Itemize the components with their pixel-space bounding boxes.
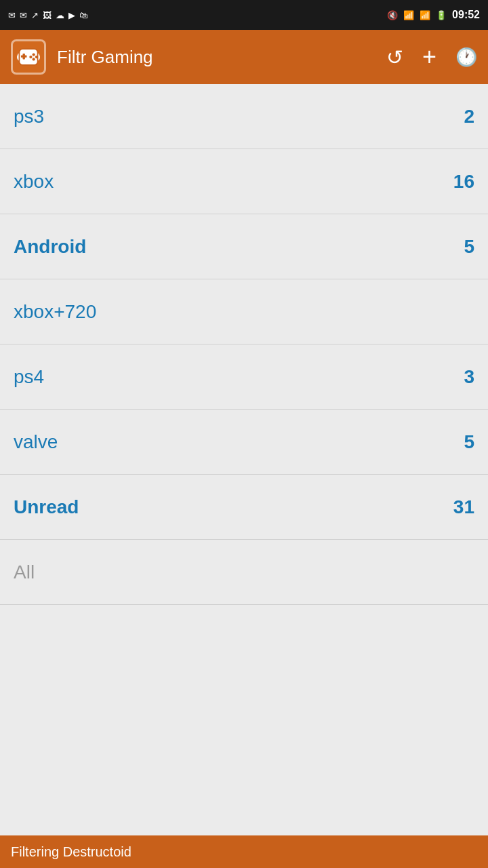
- email2-icon: ✉: [20, 10, 27, 20]
- signal-icon: 📶: [420, 10, 430, 20]
- gamepad-icon: [17, 48, 40, 66]
- app-bar-actions: ↺ + 🕐: [386, 43, 477, 71]
- list-item-count: 5: [464, 236, 474, 258]
- status-bar-left: ✉ ✉ ↗ 🖼 ☁ ▶ 🛍: [8, 10, 88, 20]
- list-item[interactable]: xbox+720: [0, 279, 488, 344]
- refresh-button[interactable]: ↺: [386, 45, 403, 69]
- status-bar: ✉ ✉ ↗ 🖼 ☁ ▶ 🛍 🔇 📶 📶 🔋 09:52: [0, 0, 488, 30]
- list-item-count: 3: [464, 366, 474, 388]
- list-item[interactable]: xbox16: [0, 149, 488, 214]
- add-button[interactable]: +: [422, 43, 436, 71]
- footer-text: Filtering Destructoid: [11, 844, 131, 860]
- list-item-count: 16: [453, 171, 474, 193]
- list-item-label: All: [14, 561, 35, 583]
- svg-point-5: [33, 53, 35, 56]
- email-icon: ✉: [8, 10, 16, 20]
- svg-point-6: [35, 56, 38, 58]
- list-item-label: Android: [14, 236, 86, 258]
- play-icon: ▶: [68, 10, 75, 20]
- time-display: 09:52: [452, 9, 480, 21]
- status-bar-right: 🔇 📶 📶 🔋 09:52: [387, 9, 480, 21]
- list-item-label: xbox: [14, 171, 54, 193]
- list-item[interactable]: ps43: [0, 344, 488, 410]
- list-item-label: valve: [14, 431, 58, 453]
- list-item-count: 2: [464, 106, 474, 127]
- app-bar: Filtr Gaming ↺ + 🕐: [0, 30, 488, 84]
- navigation-icon: ↗: [31, 10, 39, 20]
- wifi-icon: 📶: [403, 10, 414, 20]
- footer: Filtering Destructoid: [0, 835, 488, 868]
- list-item-label: Unread: [14, 496, 79, 518]
- list-item-label: ps4: [14, 366, 44, 388]
- svg-rect-4: [23, 54, 25, 60]
- mute-icon: 🔇: [387, 10, 398, 20]
- app-logo: [11, 39, 46, 75]
- app-title: Filtr Gaming: [57, 47, 386, 68]
- list-item-label: ps3: [14, 106, 44, 127]
- svg-point-8: [33, 58, 35, 60]
- image-icon: 🖼: [43, 10, 52, 20]
- list-item[interactable]: Unread31: [0, 475, 488, 540]
- list-item[interactable]: Android5: [0, 214, 488, 279]
- list-item[interactable]: ps32: [0, 84, 488, 149]
- list-item-count: 31: [453, 496, 474, 518]
- svg-point-7: [29, 56, 32, 58]
- filter-list: ps32xbox16Android5xbox+720ps43valve5Unre…: [0, 84, 488, 835]
- cloud-icon: ☁: [56, 10, 64, 20]
- history-button[interactable]: 🕐: [455, 47, 477, 68]
- list-item-count: 5: [464, 431, 474, 453]
- list-item-label: xbox+720: [14, 301, 96, 323]
- list-item[interactable]: All: [0, 540, 488, 605]
- list-item[interactable]: valve5: [0, 410, 488, 475]
- battery-icon: 🔋: [436, 10, 447, 20]
- shop-icon: 🛍: [79, 10, 88, 20]
